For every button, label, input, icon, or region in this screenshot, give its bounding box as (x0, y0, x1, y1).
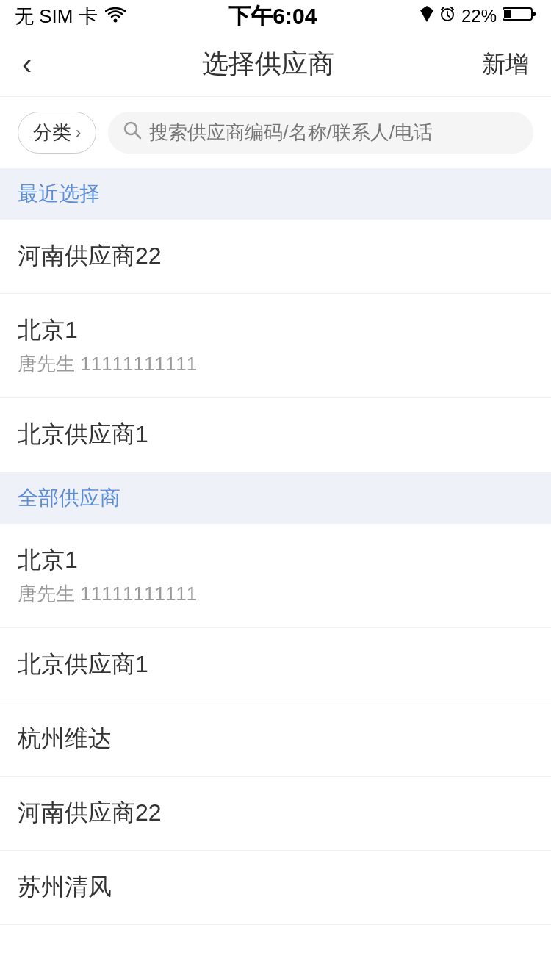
item-name: 北京供应商1 (18, 419, 533, 451)
list-item[interactable]: 苏州清风 (0, 851, 551, 925)
svg-line-3 (447, 15, 450, 17)
item-name: 北京1 (18, 544, 533, 577)
svg-rect-7 (504, 10, 511, 18)
alarm-icon (439, 6, 455, 26)
search-input[interactable] (149, 121, 519, 144)
recent-section-header: 最近选择 (0, 168, 551, 220)
list-item[interactable]: 河南供应商22 (0, 220, 551, 294)
all-section-header: 全部供应商 (0, 472, 551, 524)
list-item[interactable]: 北京1唐先生 11111111111 (0, 524, 551, 628)
item-name: 杭州维达 (18, 723, 533, 755)
list-item[interactable]: 北京供应商1 (0, 628, 551, 702)
item-sub: 唐先生 11111111111 (18, 351, 533, 377)
svg-line-5 (451, 7, 453, 10)
location-icon (420, 6, 433, 26)
item-sub: 唐先生 11111111111 (18, 581, 533, 607)
category-label: 分类 (33, 120, 71, 145)
status-bar: 无 SIM 卡 下午6:04 22% (0, 0, 551, 32)
item-name: 河南供应商22 (18, 797, 533, 829)
back-button[interactable]: ‹ (22, 48, 66, 81)
svg-rect-8 (532, 12, 536, 16)
nav-bar: ‹ 选择供应商 新增 (0, 32, 551, 97)
list-item[interactable]: 河南供应商22 (0, 777, 551, 851)
all-list: 北京1唐先生 11111111111北京供应商1杭州维达河南供应商22苏州清风 (0, 524, 551, 925)
wifi-icon (105, 5, 126, 28)
add-button[interactable]: 新增 (470, 48, 529, 81)
battery-icon (503, 6, 536, 26)
list-item[interactable]: 北京供应商1 (0, 398, 551, 472)
item-name: 苏州清风 (18, 871, 533, 904)
status-left: 无 SIM 卡 (15, 4, 126, 29)
battery-percent: 22% (461, 6, 497, 26)
filter-bar: 分类 › (0, 97, 551, 168)
list-item[interactable]: 杭州维达 (0, 702, 551, 777)
list-item[interactable]: 北京1唐先生 11111111111 (0, 294, 551, 398)
svg-point-0 (113, 18, 117, 22)
item-name: 北京供应商1 (18, 649, 533, 681)
recent-list: 河南供应商22北京1唐先生 11111111111北京供应商1 (0, 220, 551, 472)
search-box (108, 112, 533, 154)
category-filter[interactable]: 分类 › (18, 112, 96, 154)
svg-line-4 (442, 7, 444, 10)
status-right: 22% (420, 6, 536, 26)
svg-line-10 (135, 133, 140, 138)
search-icon (123, 120, 142, 145)
chevron-right-icon: › (76, 123, 81, 143)
status-time: 下午6:04 (228, 1, 317, 32)
page-title: 选择供应商 (202, 46, 334, 82)
no-sim-label: 无 SIM 卡 (15, 4, 98, 29)
item-name: 北京1 (18, 314, 533, 347)
item-name: 河南供应商22 (18, 240, 533, 273)
